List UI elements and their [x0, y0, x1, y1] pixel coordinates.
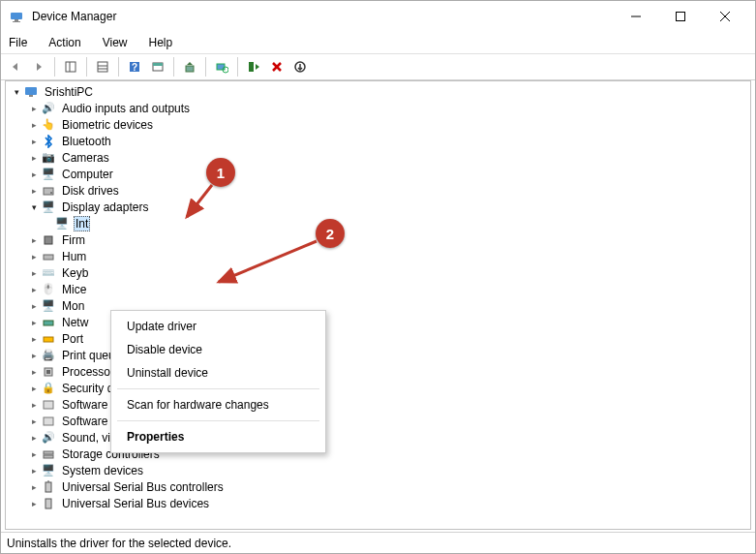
menu-file[interactable]: File: [5, 34, 31, 51]
ctx-properties[interactable]: Properties: [111, 425, 325, 448]
back-button[interactable]: [5, 56, 26, 77]
svg-rect-28: [44, 255, 53, 260]
expander-icon[interactable]: ▸: [27, 102, 41, 115]
tree-item-mice[interactable]: ▸🖱️Mice: [6, 281, 750, 297]
tree-item-system[interactable]: ▸🖥️System devices: [6, 462, 750, 478]
app-icon: [9, 9, 24, 24]
hid-icon: [41, 249, 56, 264]
tree-item-usb-controllers[interactable]: ▸Universal Serial Bus controllers: [6, 478, 750, 495]
expander-icon[interactable]: ▸: [27, 283, 41, 296]
expander-icon[interactable]: ▸: [27, 349, 41, 362]
svg-rect-7: [66, 62, 76, 72]
expander-icon[interactable]: ▸: [27, 464, 41, 477]
tree-item-display-adapters[interactable]: ▾🖥️Display adapters: [6, 199, 750, 215]
expander-icon[interactable]: ▸: [27, 332, 41, 346]
svg-rect-4: [677, 13, 685, 21]
enable-button[interactable]: [243, 56, 264, 77]
menu-action[interactable]: Action: [45, 34, 84, 51]
expander-icon[interactable]: ▸: [27, 316, 41, 329]
expander-icon[interactable]: ▸: [27, 415, 41, 428]
ctx-disable-device[interactable]: Disable device: [111, 338, 325, 361]
network-icon: [41, 315, 56, 330]
expander-icon[interactable]: ▸: [27, 118, 41, 132]
keyboard-icon: ⌨️: [41, 265, 56, 281]
svg-rect-25: [44, 188, 53, 195]
update-driver-button[interactable]: [179, 56, 200, 77]
expander-icon[interactable]: ▸: [27, 480, 41, 494]
context-menu: Update driver Disable device Uninstall d…: [110, 310, 326, 453]
usb-icon: [41, 479, 56, 495]
ctx-scan-hardware[interactable]: Scan for hardware changes: [111, 393, 325, 416]
titlebar: Device Manager: [1, 1, 755, 32]
minimize-button[interactable]: [614, 1, 658, 32]
svg-rect-29: [44, 321, 53, 325]
window-controls: [614, 1, 747, 32]
svg-rect-0: [11, 13, 22, 19]
expander-icon[interactable]: ▸: [27, 299, 41, 313]
tree-item-cameras[interactable]: ▸📷Cameras: [6, 149, 750, 166]
action-button[interactable]: [147, 56, 168, 77]
statusbar: Uninstalls the driver for the selected d…: [1, 532, 755, 553]
tree-item-firmware[interactable]: ▸Firm: [6, 231, 750, 248]
display-icon: 🖥️: [41, 200, 56, 215]
tree-item-keyboards[interactable]: ▸⌨️Keyb: [6, 264, 750, 281]
expander-icon[interactable]: ▸: [27, 135, 41, 148]
disable-button[interactable]: [289, 56, 311, 77]
expander-icon[interactable]: ▸: [27, 250, 41, 263]
help-button[interactable]: ?: [124, 56, 145, 77]
tree-item-usb-devices[interactable]: ▸Universal Serial Bus devices: [6, 495, 750, 511]
svg-rect-1: [15, 19, 18, 21]
svg-rect-9: [98, 62, 107, 72]
ctx-update-driver[interactable]: Update driver: [111, 315, 325, 338]
expander-icon[interactable]: ▸: [27, 382, 41, 395]
expander-icon[interactable]: ▾: [10, 85, 23, 99]
toolbar-separator: [54, 57, 55, 77]
annotation-badge-2: 2: [316, 219, 345, 248]
menu-view[interactable]: View: [99, 34, 132, 51]
ctx-uninstall-device[interactable]: Uninstall device: [111, 361, 325, 385]
maximize-button[interactable]: [658, 1, 703, 32]
uninstall-button[interactable]: [266, 56, 287, 77]
svg-rect-27: [45, 236, 52, 244]
tree-item-disk[interactable]: ▸Disk drives: [6, 182, 750, 199]
computer-icon: [23, 84, 39, 100]
tree-root[interactable]: ▾ SrishtiPC: [6, 83, 750, 100]
menu-help[interactable]: Help: [145, 34, 177, 51]
expander-icon[interactable]: ▸: [27, 447, 41, 461]
expander-icon[interactable]: ▸: [27, 168, 41, 181]
storage-icon: [41, 446, 56, 462]
sound-icon: 🔊: [41, 430, 56, 446]
tree-item-computer[interactable]: ▸🖥️Computer: [6, 166, 750, 182]
expander-icon[interactable]: ▾: [27, 200, 41, 214]
port-icon: [41, 331, 56, 347]
svg-rect-36: [44, 455, 53, 458]
scan-button[interactable]: [211, 56, 232, 77]
tree-item-selected-gpu[interactable]: 🖥️Int: [6, 215, 750, 231]
cpu-icon: [41, 364, 56, 380]
forward-button[interactable]: [28, 56, 49, 77]
properties-button[interactable]: [92, 56, 113, 77]
expander-icon[interactable]: ▸: [27, 266, 41, 280]
tree-item-hid[interactable]: ▸Hum: [6, 248, 750, 264]
expander-icon[interactable]: ▸: [27, 184, 41, 198]
expander-icon[interactable]: ▸: [27, 233, 41, 247]
expander-icon[interactable]: ▸: [27, 497, 41, 510]
svg-rect-30: [44, 337, 53, 342]
close-button[interactable]: [703, 1, 747, 32]
bluetooth-icon: [41, 134, 56, 149]
svg-rect-35: [44, 451, 53, 454]
usb-icon: [41, 496, 56, 511]
tree-item-audio[interactable]: ▸🔊Audio inputs and outputs: [6, 100, 750, 116]
expander-icon[interactable]: ▸: [27, 431, 41, 445]
expander-icon[interactable]: ▸: [27, 365, 41, 379]
display-icon: 🖥️: [54, 216, 70, 231]
status-text: Uninstalls the driver for the selected d…: [7, 537, 231, 550]
tree-item-biometric[interactable]: ▸👆Biometric devices: [6, 116, 750, 133]
tree-item-bluetooth[interactable]: ▸Bluetooth: [6, 133, 750, 149]
expander-icon[interactable]: ▸: [27, 151, 41, 165]
toolbar-separator: [173, 57, 174, 77]
show-hide-tree-button[interactable]: [60, 56, 81, 77]
disk-icon: [41, 183, 56, 199]
expander-icon[interactable]: ▸: [27, 398, 41, 412]
camera-icon: 📷: [41, 150, 56, 166]
